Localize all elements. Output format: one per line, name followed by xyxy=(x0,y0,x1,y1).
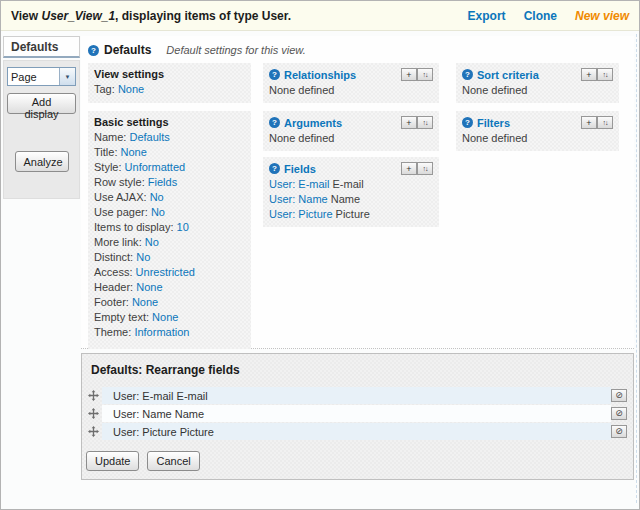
sort-criteria-box: ? Sort criteria + ↑↓ None defined xyxy=(456,63,619,103)
export-link[interactable]: Export xyxy=(468,9,506,23)
field-admin-label: Name xyxy=(331,193,360,205)
rearrange-row-label: User: E-mail E-mail xyxy=(102,387,611,404)
setting-row-distinct: DistinctNo xyxy=(94,250,245,265)
setting-value-link[interactable]: None xyxy=(118,83,144,95)
table-row: User: Name Name ⊘ xyxy=(85,405,630,422)
setting-row-theme: ThemeInformation xyxy=(94,325,245,340)
display-type-select[interactable]: Page ▼ xyxy=(7,67,76,86)
sort-criteria-title-link[interactable]: Sort criteria xyxy=(477,69,539,81)
basic-settings-title: Basic settings xyxy=(94,116,245,128)
setting-row-use-pager: Use pagerNo xyxy=(94,205,245,220)
drag-handle-icon[interactable] xyxy=(85,408,102,419)
cancel-button[interactable]: Cancel xyxy=(147,451,199,471)
display-settings-panel: ? Defaults Default settings for this vie… xyxy=(81,36,634,349)
view-settings-box: View settings TagNone xyxy=(88,63,251,103)
setting-label: Header xyxy=(94,281,136,293)
setting-value-link[interactable]: Information xyxy=(134,326,189,338)
setting-row-access: AccessUnrestricted xyxy=(94,265,245,280)
setting-row-title: TitleNone xyxy=(94,145,245,160)
setting-row-footer: FooterNone xyxy=(94,295,245,310)
table-row: User: E-mail E-mail ⊘ xyxy=(85,387,630,404)
relationships-title-link[interactable]: Relationships xyxy=(284,69,356,81)
setting-label: Theme xyxy=(94,326,134,338)
clone-link[interactable]: Clone xyxy=(524,9,557,23)
setting-value-link[interactable]: Unrestricted xyxy=(136,266,195,278)
field-link[interactable]: User: E-mail xyxy=(269,178,330,190)
setting-label: Row style xyxy=(94,176,148,188)
section-subtitle: Default settings for this view. xyxy=(166,44,305,56)
rearrange-fields-panel: Defaults: Rearrange fields User: E-mail … xyxy=(81,353,634,480)
setting-value-link[interactable]: No xyxy=(150,191,164,203)
tab-defaults[interactable]: Defaults xyxy=(3,36,80,58)
add-icon[interactable]: + xyxy=(401,116,417,129)
chevron-down-icon: ▼ xyxy=(59,68,75,85)
setting-value-link[interactable]: Defaults xyxy=(129,131,169,143)
setting-label: Footer xyxy=(94,296,132,308)
new-view-link[interactable]: New view xyxy=(575,9,629,23)
header-links: Export Clone New view xyxy=(468,9,629,23)
field-item-email: User: E-mailE-mail xyxy=(269,177,433,192)
setting-value-link[interactable]: None xyxy=(136,281,162,293)
tab-defaults-label: Defaults xyxy=(11,40,58,54)
field-link[interactable]: User: Name xyxy=(269,193,328,205)
rearrange-icon[interactable]: ↑↓ xyxy=(417,68,433,81)
setting-value-link[interactable]: Unformatted xyxy=(125,161,186,173)
filters-box: ? Filters + ↑↓ None defined xyxy=(456,111,619,151)
relationships-actions: + ↑↓ xyxy=(401,68,433,81)
rearrange-actions: Update Cancel xyxy=(86,451,200,471)
title-suffix: , displaying items of type User. xyxy=(115,9,291,23)
arguments-header: ? Arguments + ↑↓ xyxy=(269,116,433,129)
fields-title-link[interactable]: Fields xyxy=(284,163,316,175)
relationships-box: ? Relationships + ↑↓ None defined xyxy=(263,63,439,103)
setting-row-style: StyleUnformatted xyxy=(94,160,245,175)
add-icon[interactable]: + xyxy=(581,116,597,129)
setting-row-name: NameDefaults xyxy=(94,130,245,145)
setting-value-link[interactable]: None xyxy=(132,296,158,308)
arguments-title-link[interactable]: Arguments xyxy=(284,117,342,129)
setting-value-link[interactable]: No xyxy=(136,251,150,263)
analyze-button[interactable]: Analyze xyxy=(15,151,69,172)
setting-value-link[interactable]: None xyxy=(121,146,147,158)
remove-icon[interactable]: ⊘ xyxy=(611,389,627,402)
help-icon: ? xyxy=(269,69,280,80)
rearrange-icon[interactable]: ↑↓ xyxy=(417,116,433,129)
setting-value-link[interactable]: No xyxy=(145,236,159,248)
field-item-name: User: NameName xyxy=(269,192,433,207)
setting-row-empty-text: Empty textNone xyxy=(94,310,245,325)
remove-icon[interactable]: ⊘ xyxy=(611,407,627,420)
view-name: User_View_1 xyxy=(41,9,115,23)
basic-settings-box: Basic settings NameDefaults TitleNone St… xyxy=(88,111,251,349)
setting-label: Distinct xyxy=(94,251,136,263)
setting-value-link[interactable]: None xyxy=(152,311,178,323)
update-button[interactable]: Update xyxy=(86,451,139,471)
setting-label: Use pager xyxy=(94,206,151,218)
setting-value-link[interactable]: No xyxy=(151,206,165,218)
relationships-header: ? Relationships + ↑↓ xyxy=(269,68,433,81)
field-link[interactable]: User: Picture xyxy=(269,208,333,220)
drag-handle-icon[interactable] xyxy=(85,426,102,437)
setting-value-link[interactable]: 10 xyxy=(177,221,189,233)
drag-handle-icon[interactable] xyxy=(85,390,102,401)
filters-title-link[interactable]: Filters xyxy=(477,117,510,129)
field-admin-label: Picture xyxy=(336,208,370,220)
add-display-button[interactable]: Add display xyxy=(7,93,76,114)
setting-label: Access xyxy=(94,266,136,278)
rearrange-icon[interactable]: ↑↓ xyxy=(597,116,613,129)
setting-label: Use AJAX xyxy=(94,191,150,203)
rearrange-icon[interactable]: ↑↓ xyxy=(597,68,613,81)
setting-label: Empty text xyxy=(94,311,152,323)
help-icon: ? xyxy=(462,117,473,128)
add-icon[interactable]: + xyxy=(581,68,597,81)
setting-label: Name xyxy=(94,131,129,143)
filters-empty-text: None defined xyxy=(462,131,613,145)
remove-icon[interactable]: ⊘ xyxy=(611,425,627,438)
setting-row-tag: TagNone xyxy=(94,82,245,97)
help-icon: ? xyxy=(269,117,280,128)
add-icon[interactable]: + xyxy=(401,68,417,81)
setting-value-link[interactable]: Fields xyxy=(148,176,177,188)
add-icon[interactable]: + xyxy=(401,162,417,175)
page-title: View User_View_1, displaying items of ty… xyxy=(11,9,291,23)
rearrange-icon[interactable]: ↑↓ xyxy=(417,162,433,175)
field-item-picture: User: PicturePicture xyxy=(269,207,433,222)
arguments-box: ? Arguments + ↑↓ None defined xyxy=(263,111,439,151)
